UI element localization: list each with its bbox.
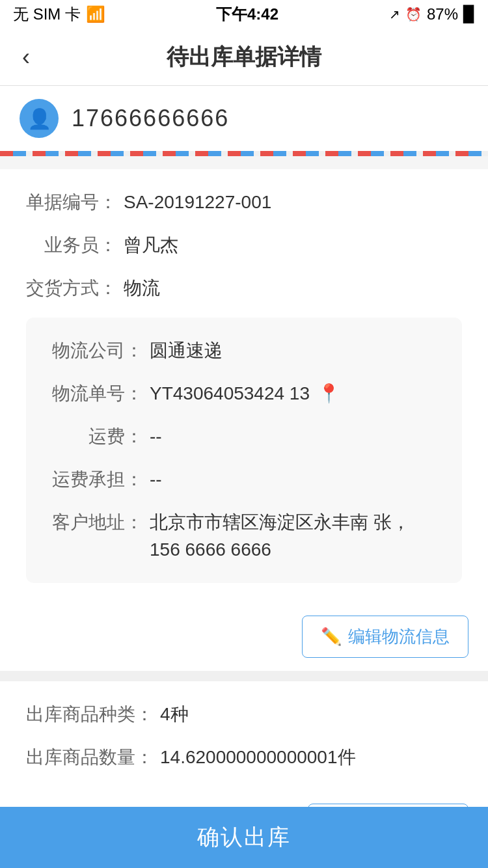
section-divider-1 [0, 671, 488, 681]
user-avatar: 👤 [20, 99, 59, 138]
salesperson-value: 曾凡杰 [124, 232, 462, 259]
dashed-divider [0, 151, 488, 156]
goods-types-label: 出库商品种类： [26, 701, 154, 728]
goods-types-value: 4种 [160, 701, 462, 728]
address-row: 客户地址： 北京市市辖区海淀区永丰南 张，156 6666 6666 [52, 509, 436, 563]
logistics-company-label: 物流公司： [52, 337, 143, 364]
salesperson-label: 业务员： [26, 232, 117, 259]
freight-row: 运费： -- [52, 423, 436, 450]
document-no-value: SA-20191227-001 [124, 189, 462, 216]
tracking-no-label: 物流单号： [52, 380, 143, 407]
user-phone: 17666666666 [72, 105, 229, 132]
address-label: 客户地址： [52, 509, 143, 536]
edit-logistics-button[interactable]: ✏️ 编辑物流信息 [302, 616, 468, 658]
bottom-bar: 确认出库 [0, 807, 488, 868]
basic-info-section: 单据编号： SA-20191227-001 业务员： 曾凡杰 交货方式： 物流 … [0, 169, 488, 603]
address-value: 北京市市辖区海淀区永丰南 张，156 6666 6666 [150, 509, 436, 563]
goods-quantity-row: 出库商品数量： 14.620000000000001件 [26, 744, 462, 771]
goods-section: 出库商品种类： 4种 出库商品数量： 14.620000000000001件 [0, 681, 488, 791]
logistics-company-row: 物流公司： 圆通速递 [52, 337, 436, 364]
edit-button-label: 编辑物流信息 [348, 625, 450, 648]
edit-icon: ✏️ [321, 627, 342, 647]
freight-bearer-value: -- [150, 466, 436, 493]
goods-quantity-label: 出库商品数量： [26, 744, 154, 771]
battery-label: 87% [427, 5, 458, 23]
location-icon: ↗ [389, 7, 400, 22]
freight-bearer-row: 运费承担： -- [52, 466, 436, 493]
tracking-no-row: 物流单号： YT43064053424 13 📍 [52, 380, 436, 407]
delivery-method-label: 交货方式： [26, 275, 117, 302]
battery-icon: ▉ [463, 5, 475, 23]
freight-bearer-label: 运费承担： [52, 466, 143, 493]
wifi-icon: 📶 [86, 5, 105, 23]
confirm-button[interactable]: 确认出库 [197, 822, 291, 852]
salesperson-row: 业务员： 曾凡杰 [26, 232, 462, 259]
nav-bar: ‹ 待出库单据详情 [0, 29, 488, 86]
edit-button-row: ✏️ 编辑物流信息 [0, 603, 488, 671]
status-bar: 无 SIM 卡 📶 下午4:42 ↗ ⏰ 87% ▉ [0, 0, 488, 29]
alarm-icon: ⏰ [405, 7, 422, 22]
document-no-label: 单据编号： [26, 189, 117, 216]
avatar-icon: 👤 [27, 107, 51, 130]
goods-quantity-value: 14.620000000000001件 [160, 744, 462, 771]
goods-types-row: 出库商品种类： 4种 [26, 701, 462, 728]
freight-label: 运费： [52, 423, 143, 450]
tracking-no-text: YT43064053424 13 [150, 380, 310, 407]
tracking-no-value: YT43064053424 13 📍 [150, 380, 436, 407]
carrier-label: 无 SIM 卡 [13, 4, 81, 25]
logistics-card: 物流公司： 圆通速递 物流单号： YT43064053424 13 📍 运费： … [26, 318, 462, 583]
status-right: ↗ ⏰ 87% ▉ [389, 5, 475, 23]
logistics-company-value: 圆通速递 [150, 337, 436, 364]
freight-value: -- [150, 423, 436, 450]
delivery-method-row: 交货方式： 物流 [26, 275, 462, 302]
page-title: 待出库单据详情 [167, 42, 321, 72]
delivery-method-value: 物流 [124, 275, 462, 302]
back-button[interactable]: ‹ [16, 37, 36, 77]
time-label: 下午4:42 [216, 4, 278, 25]
user-header: 👤 17666666666 [0, 86, 488, 151]
status-left: 无 SIM 卡 📶 [13, 4, 105, 25]
location-pin-icon[interactable]: 📍 [318, 380, 340, 407]
document-no-row: 单据编号： SA-20191227-001 [26, 189, 462, 216]
